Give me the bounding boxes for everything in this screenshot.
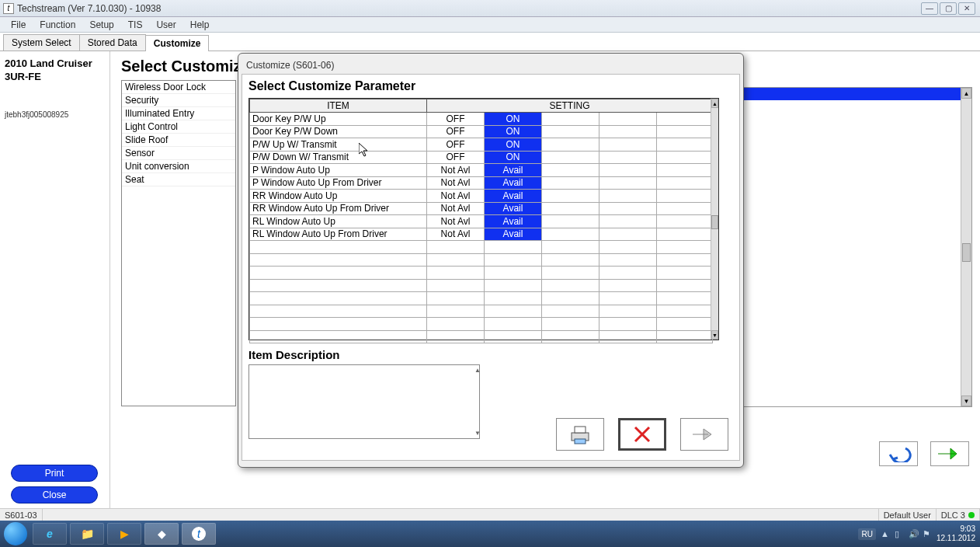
scroll-up-icon[interactable]: ▲ — [961, 88, 971, 99]
setting-cell[interactable]: Avail — [485, 164, 542, 177]
item-cell[interactable]: RR Window Auto Up From Driver — [250, 202, 427, 215]
setting-cell[interactable] — [657, 190, 713, 203]
language-indicator[interactable]: RU — [858, 528, 875, 540]
setting-cell[interactable]: OFF — [427, 113, 485, 126]
scroll-up-icon[interactable]: ▲ — [711, 99, 718, 108]
battery-icon[interactable]: ▯ — [895, 529, 904, 539]
setting-cell[interactable] — [542, 202, 599, 215]
scroll-down-icon[interactable]: ▼ — [961, 395, 971, 406]
table-row[interactable]: RR Window Auto Up From DriverNot AvlAvai… — [250, 202, 713, 215]
setting-cell[interactable]: ON — [485, 113, 542, 126]
setting-cell[interactable]: Avail — [485, 228, 542, 241]
table-row[interactable]: P Window Auto Up From DriverNot AvlAvail — [250, 176, 713, 190]
clock[interactable]: 9:03 12.11.2012 — [937, 524, 975, 543]
setting-cell[interactable] — [542, 113, 599, 126]
scroll-thumb[interactable] — [711, 215, 718, 229]
table-row[interactable] — [250, 267, 713, 280]
setting-cell[interactable] — [599, 138, 657, 152]
setting-cell[interactable] — [599, 164, 657, 177]
list-item[interactable]: Wireless Door Lock — [122, 81, 235, 94]
scroll-down-icon[interactable]: ▼ — [711, 330, 718, 340]
setting-cell[interactable] — [657, 228, 713, 241]
item-cell[interactable]: RL Window Auto Up From Driver — [250, 228, 427, 241]
setting-cell[interactable]: Not Avl — [427, 228, 485, 241]
list-item[interactable]: Seat — [122, 173, 235, 186]
setting-cell[interactable]: OFF — [427, 138, 485, 152]
item-cell[interactable]: RR Window Auto Up — [250, 190, 427, 203]
table-row[interactable] — [250, 253, 713, 267]
setting-cell[interactable]: ON — [485, 125, 542, 138]
table-row[interactable]: P/W Up W/ TransmitOFFON — [250, 138, 713, 152]
menu-setup[interactable]: Setup — [83, 18, 120, 32]
dialog-print-button[interactable] — [556, 418, 604, 451]
scrollbar[interactable]: ▲ ▼ — [961, 88, 971, 406]
item-cell[interactable]: P Window Auto Up From Driver — [250, 176, 427, 190]
flag-icon[interactable]: ⚑ — [923, 529, 932, 539]
setting-cell[interactable] — [657, 113, 713, 126]
nav-back-button[interactable] — [879, 441, 918, 466]
setting-cell[interactable]: ON — [485, 138, 542, 152]
setting-cell[interactable] — [599, 176, 657, 190]
setting-cell[interactable] — [657, 138, 713, 152]
table-row[interactable]: Door Key P/W DownOFFON — [250, 125, 713, 138]
desc-scroll-up-icon[interactable]: ▲ — [474, 367, 481, 374]
table-row[interactable] — [250, 292, 713, 305]
item-cell[interactable]: Door Key P/W Up — [250, 113, 427, 126]
setting-cell[interactable] — [542, 190, 599, 203]
setting-cell[interactable] — [599, 113, 657, 126]
setting-cell[interactable] — [599, 228, 657, 241]
tab-stored-data[interactable]: Stored Data — [79, 34, 146, 51]
tray-up-icon[interactable]: ▲ — [881, 529, 890, 538]
setting-cell[interactable]: Avail — [485, 190, 542, 203]
setting-cell[interactable]: OFF — [427, 125, 485, 138]
setting-cell[interactable] — [599, 202, 657, 215]
print-button[interactable]: Print — [11, 465, 98, 482]
menu-function[interactable]: Function — [33, 18, 82, 32]
desc-scroll-down-icon[interactable]: ▼ — [474, 430, 481, 437]
setting-cell[interactable]: Not Avl — [427, 164, 485, 177]
tab-customize[interactable]: Customize — [145, 35, 210, 51]
nav-next-button[interactable] — [930, 441, 969, 466]
table-row[interactable]: RL Window Auto Up From DriverNot AvlAvai… — [250, 228, 713, 241]
item-cell[interactable]: Door Key P/W Down — [250, 125, 427, 138]
taskbar-app1[interactable]: ◆ — [144, 523, 179, 545]
setting-cell[interactable]: Avail — [485, 202, 542, 215]
taskbar-ie[interactable]: e — [33, 523, 67, 545]
table-row[interactable] — [250, 330, 713, 343]
setting-cell[interactable] — [599, 151, 657, 164]
setting-cell[interactable]: Not Avl — [427, 215, 485, 228]
menu-tis[interactable]: TIS — [122, 18, 149, 32]
list-item[interactable]: Illuminated Entry — [122, 107, 235, 120]
item-cell[interactable]: P/W Down W/ Transmit — [250, 151, 427, 164]
menu-file[interactable]: File — [5, 18, 32, 32]
item-cell[interactable]: P/W Up W/ Transmit — [250, 138, 427, 152]
table-row[interactable] — [250, 241, 713, 254]
close-button[interactable]: Close — [11, 486, 98, 503]
scroll-thumb[interactable] — [962, 243, 971, 262]
setting-cell[interactable]: Not Avl — [427, 202, 485, 215]
list-item[interactable]: Unit conversion — [122, 160, 235, 173]
setting-cell[interactable]: Avail — [485, 176, 542, 190]
volume-icon[interactable]: 🔊 — [909, 529, 918, 539]
table-row[interactable] — [250, 305, 713, 318]
taskbar-media[interactable]: ▶ — [107, 523, 141, 545]
table-row[interactable] — [250, 279, 713, 292]
setting-cell[interactable] — [599, 215, 657, 228]
setting-cell[interactable]: Not Avl — [427, 190, 485, 203]
menu-help[interactable]: Help — [184, 18, 216, 32]
setting-cell[interactable] — [542, 164, 599, 177]
start-button[interactable] — [0, 521, 31, 547]
table-row[interactable]: P/W Down W/ TransmitOFFON — [250, 151, 713, 164]
setting-cell[interactable]: Avail — [485, 215, 542, 228]
maximize-button[interactable]: ▢ — [940, 2, 957, 15]
list-item[interactable]: Light Control — [122, 120, 235, 134]
dialog-scrollbar[interactable]: ▲ ▼ — [711, 99, 718, 340]
setting-cell[interactable] — [542, 228, 599, 241]
setting-cell[interactable] — [599, 125, 657, 138]
minimize-button[interactable]: — — [921, 2, 938, 15]
setting-cell[interactable] — [657, 202, 713, 215]
close-window-button[interactable]: ✕ — [958, 2, 975, 15]
dialog-next-button[interactable] — [680, 418, 728, 451]
setting-cell[interactable] — [542, 215, 599, 228]
setting-cell[interactable] — [657, 215, 713, 228]
